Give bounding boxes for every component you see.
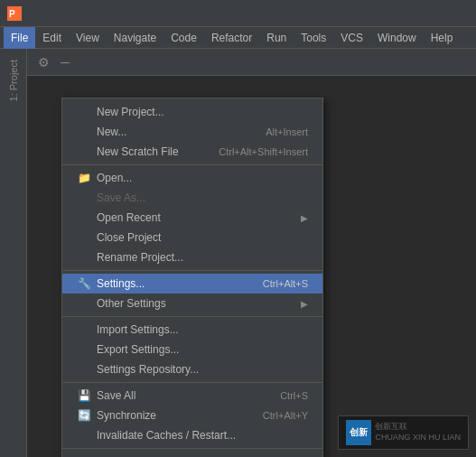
menu-item-print: 🖨 Print... [62,452,322,457]
app-logo: P [7,6,22,21]
menu-view[interactable]: View [69,27,107,49]
settings-icon: 🔧 [77,277,91,290]
menu-help[interactable]: Help [424,27,461,49]
new-project-label: New Project... [97,106,308,118]
menu-item-open-recent[interactable]: Open Recent ▶ [62,208,322,228]
svg-text:P: P [9,9,15,19]
menu-item-save-all[interactable]: 💾 Save All Ctrl+S [62,386,322,406]
synchronize-shortcut: Ctrl+Alt+Y [263,410,308,421]
menu-edit[interactable]: Edit [35,27,69,49]
save-all-label: Save All [97,389,266,402]
other-settings-arrow: ▶ [301,299,308,309]
other-settings-label: Other Settings [97,297,294,310]
menu-item-other-settings[interactable]: Other Settings ▶ [62,294,322,313]
menu-item-new[interactable]: New... Alt+Insert [62,122,322,142]
menu-run[interactable]: Run [259,27,294,49]
settings-label: Settings... [97,277,248,290]
sync-icon: 🔄 [77,409,91,422]
menu-vcs[interactable]: VCS [333,27,370,49]
menu-refactor[interactable]: Refactor [204,27,259,49]
new-label: New... [97,126,251,138]
gear-icon[interactable]: ⚙ [34,53,52,71]
menu-item-settings[interactable]: 🔧 Settings... Ctrl+Alt+S [62,274,322,294]
content-area: ⚙ ─ New Project... New... Alt+Insert New… [27,49,476,457]
menu-bar: File Edit View Navigate Code Refactor Ru… [0,27,476,49]
separator-5 [62,448,322,449]
file-menu-dropdown: New Project... New... Alt+Insert New Scr… [61,98,323,457]
new-scratch-label: New Scratch File [97,145,204,158]
save-as-label: Save As... [97,191,308,204]
sidebar: 1: Project [0,49,27,457]
menu-item-export-settings[interactable]: Export Settings... [62,340,322,359]
open-label: Open... [97,172,308,184]
menu-item-import-settings[interactable]: Import Settings... [62,320,322,340]
synchronize-label: Synchronize [97,409,248,422]
main-layout: 1: Project ⚙ ─ New Project... New... Alt… [0,49,476,457]
separator-4 [62,382,322,383]
menu-code[interactable]: Code [163,27,204,49]
menu-window[interactable]: Window [370,27,424,49]
menu-item-close-project[interactable]: Close Project [62,228,322,247]
menu-item-synchronize[interactable]: 🔄 Synchronize Ctrl+Alt+Y [62,406,322,425]
watermark: 创新 创新互联 CHUANG XIN HU LIAN [338,415,469,450]
settings-shortcut: Ctrl+Alt+S [263,278,308,289]
separator-2 [62,270,322,271]
rename-project-label: Rename Project... [97,251,308,264]
sidebar-project-tab[interactable]: 1: Project [5,52,23,108]
menu-item-invalidate-caches[interactable]: Invalidate Caches / Restart... [62,425,322,445]
menu-item-rename-project[interactable]: Rename Project... [62,247,322,267]
import-settings-label: Import Settings... [97,323,308,336]
menu-navigate[interactable]: Navigate [107,27,163,49]
open-recent-arrow: ▶ [301,213,308,223]
separator-3 [62,316,322,317]
open-icon: 📁 [77,172,91,184]
menu-tools[interactable]: Tools [294,27,333,49]
menu-file[interactable]: File [4,27,35,49]
new-scratch-shortcut: Ctrl+Alt+Shift+Insert [219,146,308,157]
menu-item-settings-repo[interactable]: Settings Repository... [62,359,322,379]
menu-item-save-as: Save As... [62,188,322,208]
title-bar: P [0,0,476,27]
toolbar-strip: ⚙ ─ [27,49,476,76]
menu-item-new-project[interactable]: New Project... [62,102,322,122]
settings-repo-label: Settings Repository... [97,363,308,376]
open-recent-label: Open Recent [97,211,294,224]
watermark-text: 创新互联 CHUANG XIN HU LIAN [375,422,461,443]
save-all-shortcut: Ctrl+S [280,390,308,401]
menu-item-new-scratch[interactable]: New Scratch File Ctrl+Alt+Shift+Insert [62,142,322,162]
new-shortcut: Alt+Insert [266,126,308,137]
save-all-icon: 💾 [77,389,91,402]
invalidate-caches-label: Invalidate Caches / Restart... [97,429,308,442]
close-project-label: Close Project [97,231,308,244]
menu-item-open[interactable]: 📁 Open... [62,168,322,188]
minimize-icon[interactable]: ─ [56,53,74,71]
separator-1 [62,164,322,165]
export-settings-label: Export Settings... [97,343,308,356]
